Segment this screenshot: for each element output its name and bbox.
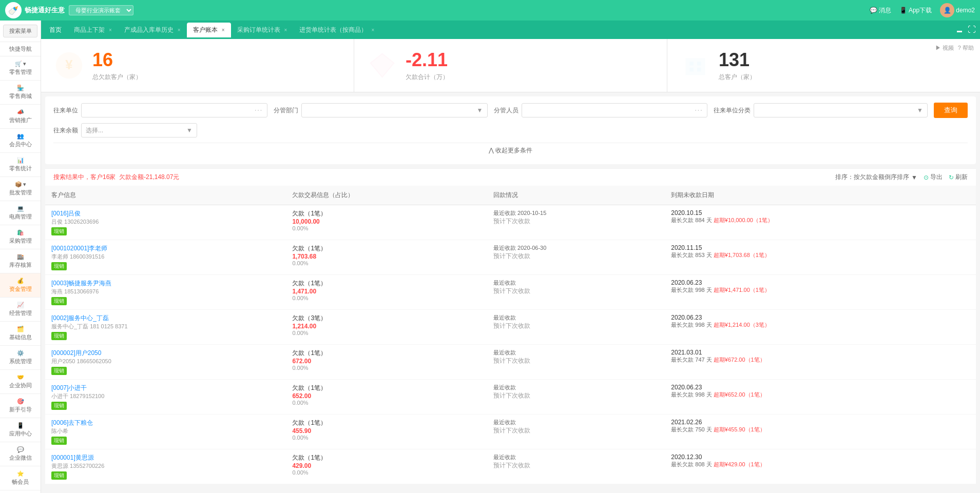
sidebar-item-newbie[interactable]: 🎯 新手引导 xyxy=(0,394,41,418)
stat-info-owing-amount: -2.11 欠款合计（万） xyxy=(406,49,655,82)
debt-info-cell: 欠款（1笔） 672.00 0.00% xyxy=(286,345,487,380)
balance-select[interactable]: 选择... ▼ xyxy=(81,123,197,137)
col-header-debt-info: 欠款交易信息（占比） xyxy=(286,186,487,205)
sidebar-item-retail-stat[interactable]: 📊 零售统计 xyxy=(0,153,41,177)
person-dots-icon: ··· xyxy=(695,106,703,115)
from-unit-input[interactable]: ··· xyxy=(81,103,267,117)
stat-card-owing-customers: ¥ 16 总欠款客户（家） xyxy=(41,39,354,92)
svg-rect-4 xyxy=(686,58,705,75)
customer-name-link[interactable]: [000001]黄思源 xyxy=(51,453,280,462)
inventory-icon: 🏬 xyxy=(17,253,24,260)
overdue-amount-link[interactable]: 超期¥429.00（1笔） xyxy=(714,461,765,467)
customer-name-link[interactable]: [0002]服务中心_丁磊 xyxy=(51,314,280,323)
tab-close-product-history[interactable]: × xyxy=(178,27,181,33)
tab-maximize-btn[interactable]: ⛶ xyxy=(968,25,976,34)
sidebar-item-label: 批发管理 xyxy=(2,189,39,196)
person-input[interactable]: ··· xyxy=(522,103,708,117)
tab-close-purchase-stat[interactable]: × xyxy=(371,27,374,33)
dept-select[interactable]: ▼ xyxy=(301,103,488,117)
debt-ratio: 0.00% xyxy=(292,365,481,371)
debt-ratio: 0.00% xyxy=(292,295,481,301)
sidebar-item-sys-mgmt[interactable]: ⚙️ 系统管理 xyxy=(0,346,41,370)
tab-product-offline[interactable]: 商品上下架 × xyxy=(68,23,118,37)
tab-home[interactable]: 首页 xyxy=(43,23,68,37)
sidebar-item-label: 企业微信 xyxy=(2,454,39,462)
sidebar-item-corp-collab[interactable]: 🤝 企业协同 xyxy=(0,370,41,394)
results-bar: 搜索结果中，客户16家 欠款金额-21,148.07元 排序：按欠款金额倒序排序… xyxy=(45,168,976,186)
sidebar-item-batch-mgmt[interactable]: 📦 ▾ 批发管理 xyxy=(0,177,41,201)
sidebar-item-capital-mgmt[interactable]: 💰 资金管理 xyxy=(0,273,41,298)
sidebar-item-ops-mgmt[interactable]: 📈 经营管理 xyxy=(0,298,41,322)
customer-name-link[interactable]: [000002]用户2050 xyxy=(51,349,280,358)
due-date: 2021.03.01 xyxy=(671,349,970,356)
overdue-amount-link[interactable]: 超期¥10,000.00（1笔） xyxy=(714,217,773,223)
col-header-due-date: 到期未收款日期 xyxy=(665,186,976,205)
tab-purchase-order[interactable]: 采购订单统计表 × xyxy=(231,23,294,37)
overdue-amount-link[interactable]: 超期¥672.00（1笔） xyxy=(714,357,765,363)
tab-close-customer-account[interactable]: × xyxy=(222,27,225,33)
customer-phone: 海燕 18513066976 xyxy=(51,288,280,295)
due-date-cell: 2020.12.30 最长欠款 808 天 超期¥429.00（1笔） xyxy=(665,449,976,484)
owing-customers-number: 16 xyxy=(92,49,341,71)
top-bar-left: 🍼 畅捷通好生意 母婴行业演示账套 xyxy=(5,2,133,18)
message-btn[interactable]: 💬 消息 xyxy=(870,6,891,15)
tab-product-history[interactable]: 产成品入库单历史 × xyxy=(118,23,187,37)
unit-category-select[interactable]: ▼ xyxy=(754,103,928,117)
debt-ratio: 0.00% xyxy=(292,400,481,406)
sidebar-item-label: 库存核算 xyxy=(2,261,39,269)
brand-name: 畅捷通好生意 xyxy=(25,6,65,15)
sidebar-item-corp-wechat[interactable]: 💬 企业微信 xyxy=(0,442,41,466)
search-btn[interactable]: 查询 xyxy=(934,103,968,118)
overdue-amount-link[interactable]: 超期¥1,703.68（1笔） xyxy=(714,252,770,258)
export-btn[interactable]: ⊙ 导出 xyxy=(924,173,943,182)
tab-close-purchase-order[interactable]: × xyxy=(284,27,287,33)
content-area: ¥ 16 总欠款客户（家） xyxy=(41,39,980,493)
user-avatar-btn[interactable]: 👤 demo2 xyxy=(940,3,975,17)
customer-name-link[interactable]: [0001020001]李老师 xyxy=(51,244,280,253)
svg-text:¥: ¥ xyxy=(65,57,73,72)
debt-info-cell: 欠款（1笔） 10,000.00 0.00% xyxy=(286,205,487,240)
overdue-amount-link[interactable]: 超期¥1,471.00（1笔） xyxy=(714,287,770,293)
collection-label: 最近收款 xyxy=(493,314,516,321)
debt-ratio: 0.00% xyxy=(292,260,481,266)
sidebar-item-retail-store[interactable]: 🏪 零售商城 xyxy=(0,81,41,105)
customer-info-cell: [0002]服务中心_丁磊 服务中心_丁磊 181 0125 8371 现销 xyxy=(45,310,286,345)
due-date: 2020.06.23 xyxy=(671,279,970,286)
sidebar-item-app-center[interactable]: 📱 应用中心 xyxy=(0,418,41,442)
search-menu-btn[interactable]: 搜索菜单 xyxy=(3,25,37,37)
sidebar-item-retail-mgmt[interactable]: 🛒 ▾ 零售管理 xyxy=(0,56,41,81)
sort-select[interactable]: 排序：按欠款金额倒序排序 ▼ xyxy=(835,173,917,182)
app-download-btn[interactable]: 📱 App下载 xyxy=(899,6,932,15)
customer-name-link[interactable]: [0016]吕俊 xyxy=(51,209,280,218)
customer-name-link[interactable]: [0006]去下粮仓 xyxy=(51,419,280,427)
sidebar-item-marketing[interactable]: 📣 营销推广 xyxy=(0,105,41,129)
sidebar-item-member[interactable]: 👥 会员中心 xyxy=(0,129,41,153)
customer-info-cell: [0001020001]李老师 李老师 18600391516 现销 xyxy=(45,240,286,275)
tab-purchase-stat[interactable]: 进货单统计表（按商品） × xyxy=(293,23,380,37)
help-btn[interactable]: ? 帮助 xyxy=(958,44,974,52)
customer-phone: 李老师 18600391516 xyxy=(51,253,280,261)
sort-dropdown-icon: ▼ xyxy=(911,174,917,181)
sidebar-item-purchase-mgmt[interactable]: 🛍️ 采购管理 xyxy=(0,225,41,249)
overdue-amount-link[interactable]: 超期¥652.00（1笔） xyxy=(714,391,765,398)
tab-close-product-offline[interactable]: × xyxy=(109,27,112,33)
sidebar-item-base-info[interactable]: 🗂️ 基础信息 xyxy=(0,322,41,346)
overdue-amount-link[interactable]: 超期¥1,214.00（3笔） xyxy=(714,322,770,328)
overdue-amount-link[interactable]: 超期¥455.90（1笔） xyxy=(714,426,765,432)
tab-customer-account[interactable]: 客户账本 × xyxy=(187,23,231,37)
collapse-filters-btn[interactable]: ⋀ 收起更多条件 xyxy=(53,143,968,158)
customer-name-link[interactable]: [0003]畅捷服务尹海燕 xyxy=(51,279,280,288)
sidebar-item-ecommerce[interactable]: 💻 电商管理 xyxy=(0,201,41,225)
env-selector[interactable]: 母婴行业演示账套 xyxy=(69,5,133,15)
table-row: [0001020001]李老师 李老师 18600391516 现销 欠款（1笔… xyxy=(45,240,976,275)
tab-minimize-btn[interactable]: 🗕 xyxy=(955,25,964,34)
debt-label: 欠款（1笔） xyxy=(292,244,481,253)
batch-icon: 📦 xyxy=(15,181,22,188)
video-btn[interactable]: ▶ 视频 xyxy=(935,44,954,52)
overdue-days: 最长欠款 998 天 超期¥1,471.00（1笔） xyxy=(671,286,970,294)
sidebar-item-inventory[interactable]: 🏬 库存核算 xyxy=(0,249,41,273)
sidebar-quicknav-item[interactable]: 快捷导航 xyxy=(0,42,41,56)
refresh-btn[interactable]: ↻ 刷新 xyxy=(949,173,968,182)
sidebar-item-vip-member[interactable]: ⭐ 畅会员 xyxy=(0,466,41,490)
customer-name-link[interactable]: [0007]小进干 xyxy=(51,384,280,392)
